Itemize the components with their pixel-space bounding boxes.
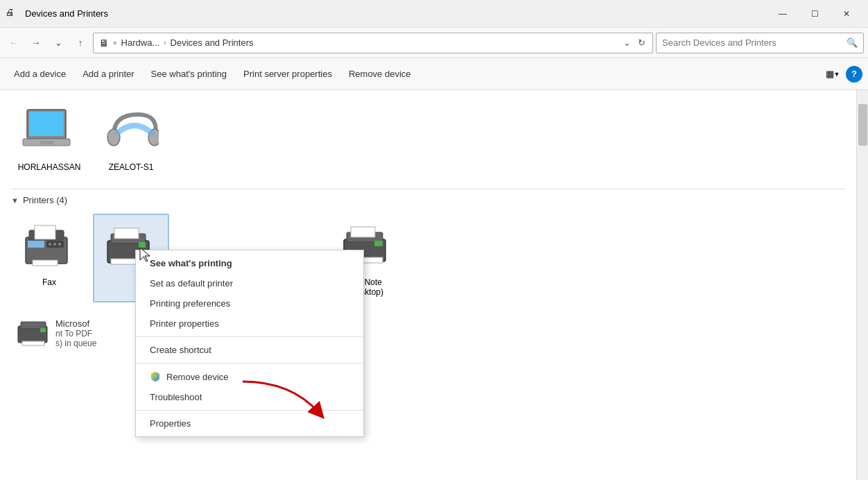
add-device-button[interactable]: Add a device <box>6 58 74 89</box>
context-menu-label-properties: Properties <box>150 418 191 429</box>
toolbar-right: ▦ ▼ ? <box>822 65 862 84</box>
context-separator-2 <box>136 363 363 363</box>
breadcrumb-part1: Hardwa... <box>121 37 160 48</box>
breadcrumb-part2: Devices and Printers <box>171 37 254 48</box>
refresh-button[interactable]: ↻ <box>636 36 647 49</box>
search-icon: 🔍 <box>847 37 858 48</box>
context-menu: See what's printing Set as default print… <box>135 250 364 437</box>
context-menu-label-printer-props: Printer properties <box>150 318 219 329</box>
title-bar: 🖨 Devices and Printers — ☐ ✕ <box>0 0 868 28</box>
svg-rect-19 <box>139 242 146 248</box>
bottom-item-text: Microsof nt To PDF s) in queue <box>55 318 96 348</box>
svg-rect-17 <box>114 228 139 239</box>
context-menu-label-see-printing: See what's printing <box>150 258 232 268</box>
help-button[interactable]: ? <box>846 66 862 83</box>
view-options-button[interactable]: ▦ ▼ <box>822 65 843 84</box>
window-icon: 🖨 <box>6 7 19 21</box>
see-whats-printing-button[interactable]: See what's printing <box>143 58 235 89</box>
print-server-properties-button[interactable]: Print server properties <box>235 58 340 89</box>
breadcrumb-sep1: › <box>164 39 166 46</box>
window-title: Devices and Printers <box>25 8 767 19</box>
fax-icon <box>21 219 77 275</box>
address-bar-row: ← → ⌄ ↑ 🖥 « Hardwa... › Devices and Prin… <box>0 28 868 58</box>
address-bar[interactable]: 🖥 « Hardwa... › Devices and Printers ⌄ ↻ <box>93 33 653 53</box>
scrollbar-thumb[interactable] <box>858 104 867 146</box>
svg-rect-28 <box>40 328 46 332</box>
printer-label-fax: Fax <box>42 277 56 287</box>
search-input[interactable] <box>662 37 844 48</box>
laptop-icon <box>21 104 77 160</box>
search-box[interactable]: 🔍 <box>656 33 864 53</box>
shield-icon <box>150 371 161 382</box>
context-menu-item-create-shortcut[interactable]: Create shortcut <box>136 340 363 360</box>
device-item-headset[interactable]: ZEALOT-S1 <box>93 98 169 178</box>
svg-rect-27 <box>22 341 44 345</box>
svg-rect-26 <box>21 322 46 329</box>
context-menu-item-properties[interactable]: Properties <box>136 413 363 434</box>
svg-point-10 <box>49 243 51 246</box>
view-icon: ▦ <box>826 69 834 79</box>
bottom-item-name: Microsof <box>55 318 96 329</box>
context-menu-label-printing-prefs: Printing preferences <box>150 298 230 309</box>
scrollbar[interactable] <box>856 90 868 480</box>
devices-grid: HORLAHASSAN ZEALOT-S1 <box>11 98 845 178</box>
printers-section-label: Printers (4) <box>23 195 67 205</box>
close-button[interactable]: ✕ <box>831 3 862 25</box>
context-menu-item-remove-device[interactable]: Remove device <box>136 366 363 387</box>
context-menu-item-see-printing[interactable]: See what's printing <box>136 253 363 273</box>
address-icon: 🖥 <box>99 37 109 49</box>
breadcrumb-sep0: « <box>113 39 117 46</box>
device-item-laptop[interactable]: HORLAHASSAN <box>11 98 87 178</box>
address-dropdown-button[interactable]: ⌄ <box>622 36 632 49</box>
svg-rect-3 <box>40 141 53 144</box>
remove-device-button[interactable]: Remove device <box>340 58 419 89</box>
context-menu-item-troubleshoot[interactable]: Troubleshoot <box>136 387 363 407</box>
context-menu-item-set-default[interactable]: Set as default printer <box>136 273 363 293</box>
bottom-item-sub2: s) in queue <box>55 338 96 348</box>
headset-icon <box>103 104 159 160</box>
maximize-button[interactable]: ☐ <box>799 3 831 25</box>
main-content: HORLAHASSAN ZEALOT-S1 <box>0 90 868 480</box>
svg-rect-13 <box>28 241 44 248</box>
context-separator-1 <box>136 336 363 337</box>
printers-section-header: ▼ Printers (4) <box>11 195 845 205</box>
add-printer-button[interactable]: Add a printer <box>74 58 142 89</box>
section-divider <box>11 189 845 189</box>
context-menu-label-set-default: Set as default printer <box>150 278 233 289</box>
recent-button[interactable]: ⌄ <box>49 33 68 53</box>
svg-rect-22 <box>351 227 375 237</box>
svg-rect-8 <box>35 225 55 239</box>
printer-item-fax[interactable]: Fax <box>11 214 87 302</box>
back-button[interactable]: ← <box>4 33 24 53</box>
forward-button[interactable]: → <box>26 33 46 53</box>
view-dropdown-icon: ▼ <box>834 71 840 78</box>
device-label-zealot: ZEALOT-S1 <box>109 162 154 172</box>
minimize-button[interactable]: — <box>767 3 799 25</box>
toolbar: Add a device Add a printer See what's pr… <box>0 58 868 90</box>
printers-toggle[interactable]: ▼ <box>11 196 19 205</box>
content-area: HORLAHASSAN ZEALOT-S1 <box>0 90 856 480</box>
up-button[interactable]: ↑ <box>71 33 90 53</box>
window-controls: — ☐ ✕ <box>767 3 862 25</box>
svg-rect-14 <box>33 260 58 266</box>
svg-rect-1 <box>29 112 64 136</box>
context-menu-label-remove-device: Remove device <box>166 372 229 382</box>
context-menu-label-create-shortcut: Create shortcut <box>150 345 211 355</box>
device-label-horlahassan: HORLAHASSAN <box>18 162 81 172</box>
svg-point-11 <box>53 243 56 246</box>
context-menu-label-troubleshoot: Troubleshoot <box>150 392 202 402</box>
context-menu-item-printing-prefs[interactable]: Printing preferences <box>136 293 363 314</box>
svg-rect-24 <box>374 241 383 246</box>
context-separator-3 <box>136 410 363 411</box>
svg-point-12 <box>58 243 61 246</box>
bottom-item-sub1: nt To PDF <box>55 329 96 338</box>
context-menu-item-printer-props[interactable]: Printer properties <box>136 314 363 334</box>
